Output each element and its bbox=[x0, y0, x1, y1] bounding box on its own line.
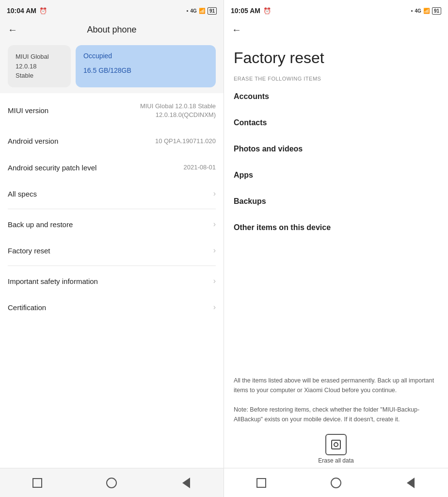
left-bars-icon: 📶 bbox=[199, 8, 206, 14]
miui-version-value: MIUI Global 12.0.18 Stable12.0.18.0(QCDI… bbox=[140, 102, 216, 119]
erase-items-list: Accounts Contacts Photos and videos Apps… bbox=[224, 83, 448, 370]
factory-reset-title: Factory reset bbox=[224, 40, 448, 72]
left-battery: 91 bbox=[208, 7, 217, 15]
right-bars-icon: 📶 bbox=[423, 8, 430, 14]
storage-value: 16.5 GB/128GB bbox=[83, 62, 208, 76]
svg-rect-0 bbox=[332, 440, 340, 449]
android-version-label: Android version bbox=[8, 137, 58, 145]
circle-icon bbox=[106, 478, 117, 488]
erase-accounts: Accounts bbox=[224, 83, 448, 110]
factory-reset-label: Factory reset bbox=[8, 247, 50, 255]
storage-card: Occupied 16.5 GB/128GB bbox=[76, 45, 216, 87]
miui-version-item: MIUI version MIUI Global 12.0.18 Stable1… bbox=[0, 93, 224, 128]
right-status-icons: ▪ 4G 📶 91 bbox=[411, 7, 441, 15]
left-status-bar: 10:04 AM ⏰ ▪ 4G 📶 91 bbox=[0, 0, 224, 19]
right-bottom-nav bbox=[224, 468, 448, 497]
divider-1 bbox=[8, 209, 216, 209]
triangle-icon bbox=[182, 478, 190, 488]
right-time: 10:05 AM bbox=[231, 7, 260, 15]
left-page-title: About phone bbox=[25, 25, 198, 35]
left-4g-label: 4G bbox=[191, 8, 197, 14]
safety-info-chevron: › bbox=[213, 277, 216, 285]
right-battery: 91 bbox=[432, 7, 441, 15]
right-circle-icon bbox=[331, 478, 341, 488]
certification-label: Certification bbox=[8, 303, 46, 312]
factory-reset-chevron: › bbox=[213, 246, 216, 255]
right-alarm-icon: ⏰ bbox=[263, 7, 271, 15]
divider-2 bbox=[8, 265, 216, 266]
left-bottom-nav bbox=[0, 468, 224, 497]
left-nav-back[interactable] bbox=[177, 474, 195, 492]
erase-backups: Backups bbox=[224, 188, 448, 215]
right-status-bar: 10:05 AM ⏰ ▪ 4G 📶 91 bbox=[224, 0, 448, 19]
left-panel: 10:04 AM ⏰ ▪ 4G 📶 91 ← About phone MIUI … bbox=[0, 0, 224, 497]
erase-photos-videos: Photos and videos bbox=[224, 136, 448, 162]
all-specs-label: All specs bbox=[8, 190, 37, 198]
miui-line2: 12.0.18 bbox=[16, 62, 63, 71]
right-nav-square[interactable] bbox=[253, 474, 270, 492]
security-patch-label: Android security patch level bbox=[8, 164, 96, 172]
erase-section-label: ERASE THE FOLLOWING ITEMS bbox=[224, 72, 448, 83]
right-toolbar: ← bbox=[224, 19, 448, 40]
left-signal-icon: ▪ bbox=[187, 8, 189, 14]
erase-other-items: Other items on this device bbox=[224, 215, 448, 241]
info-cards: MIUI Global 12.0.18 Stable Occupied 16.5… bbox=[0, 40, 224, 93]
backup-restore-label: Back up and restore bbox=[8, 220, 73, 229]
erase-contacts: Contacts bbox=[224, 110, 448, 136]
right-panel: 10:05 AM ⏰ ▪ 4G 📶 91 ← Factory reset ERA… bbox=[224, 0, 448, 497]
erase-apps: Apps bbox=[224, 162, 448, 188]
certification-chevron: › bbox=[213, 303, 216, 312]
notice-block-1: All the items listed above will be erase… bbox=[224, 370, 448, 399]
miui-version-label: MIUI version bbox=[8, 106, 48, 115]
right-square-icon bbox=[256, 478, 266, 488]
security-patch-item: Android security patch level 2021-08-01 bbox=[0, 154, 224, 181]
left-nav-home[interactable] bbox=[103, 474, 120, 492]
svg-point-1 bbox=[334, 443, 338, 447]
right-nav-back[interactable] bbox=[402, 474, 419, 492]
miui-line1: MIUI Global bbox=[16, 52, 63, 62]
erase-all-label: Erase all data bbox=[318, 457, 353, 464]
left-alarm-icon: ⏰ bbox=[39, 7, 47, 15]
left-status-icons: ▪ 4G 📶 91 bbox=[187, 7, 217, 15]
erase-all-icon bbox=[325, 434, 347, 455]
backup-restore-item[interactable]: Back up and restore › bbox=[0, 211, 224, 237]
safety-info-label: Important safety information bbox=[8, 277, 98, 285]
settings-list: MIUI version MIUI Global 12.0.18 Stable1… bbox=[0, 93, 224, 468]
right-back-button[interactable]: ← bbox=[232, 24, 241, 35]
android-version-item: Android version 10 QP1A.190711.020 bbox=[0, 128, 224, 154]
miui-line3: Stable bbox=[16, 71, 63, 81]
right-signal-icon: ▪ bbox=[411, 8, 413, 14]
notice-block-2: Note: Before restoring items, check whet… bbox=[224, 399, 448, 428]
storage-label: Occupied bbox=[83, 52, 208, 60]
left-time: 10:04 AM bbox=[7, 7, 36, 15]
all-specs-item[interactable]: All specs › bbox=[0, 181, 224, 207]
safety-info-item[interactable]: Important safety information › bbox=[0, 268, 224, 294]
factory-reset-item[interactable]: Factory reset › bbox=[0, 237, 224, 264]
right-4g-label: 4G bbox=[415, 8, 421, 14]
left-back-button[interactable]: ← bbox=[8, 24, 17, 35]
right-triangle-icon bbox=[407, 478, 415, 488]
left-toolbar: ← About phone bbox=[0, 19, 224, 40]
square-icon bbox=[32, 478, 42, 488]
all-specs-chevron: › bbox=[213, 189, 216, 198]
certification-item[interactable]: Certification › bbox=[0, 294, 224, 320]
miui-version-card: MIUI Global 12.0.18 Stable bbox=[8, 45, 71, 87]
security-patch-value: 2021-08-01 bbox=[184, 163, 216, 172]
right-nav-home[interactable] bbox=[327, 474, 345, 492]
left-nav-square[interactable] bbox=[29, 474, 46, 492]
backup-restore-chevron: › bbox=[213, 220, 216, 229]
android-version-value: 10 QP1A.190711.020 bbox=[155, 137, 216, 146]
erase-all-button[interactable]: Erase all data bbox=[224, 428, 448, 468]
